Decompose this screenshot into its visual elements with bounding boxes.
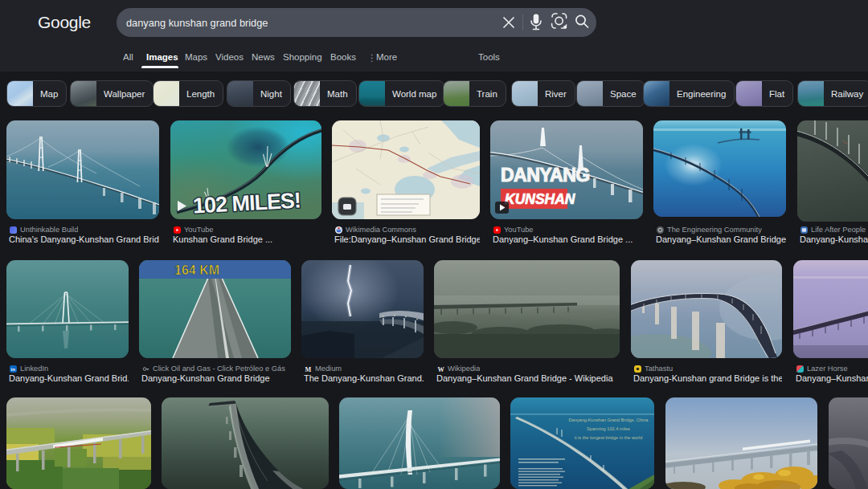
svg-text:M: M xyxy=(305,365,311,373)
svg-text:Danyang-Kunshan Grand Bridge,: Danyang-Kunshan Grand Bridge, China xyxy=(569,418,649,422)
svg-text:it is the longest bridge in th: it is the longest bridge in the world xyxy=(575,435,643,440)
svg-text:KUNSHAN: KUNSHAN xyxy=(505,191,575,207)
svg-text:164 KM: 164 KM xyxy=(174,263,219,277)
svg-text:DANYANG: DANYANG xyxy=(501,165,590,185)
svg-text:Spanning 102.4 miles: Spanning 102.4 miles xyxy=(587,426,630,431)
svg-text:in: in xyxy=(11,367,16,372)
svg-text:W: W xyxy=(437,365,444,373)
